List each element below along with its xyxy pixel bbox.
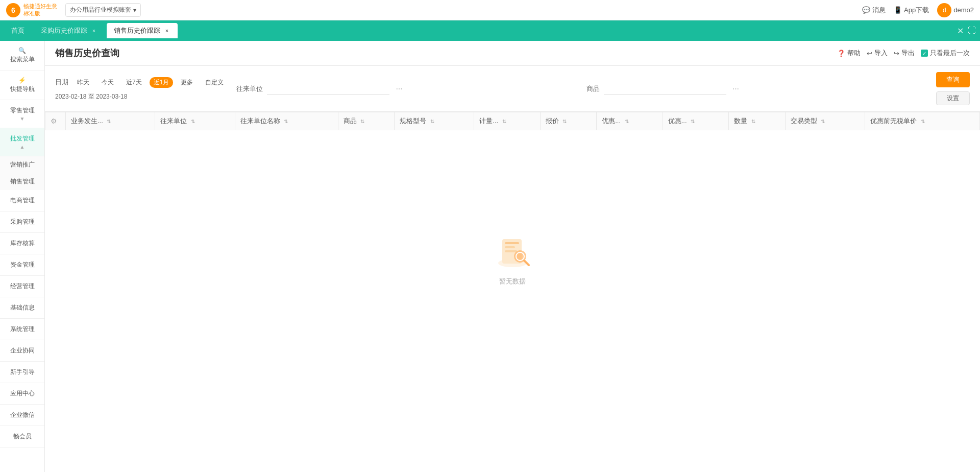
tab-sales[interactable]: 销售历史价跟踪 × [107, 23, 178, 38]
sidebar-item-finance[interactable]: 资金管理 [0, 254, 44, 276]
sidebar-item-inventory[interactable]: 库存核算 [0, 233, 44, 254]
last-only-checkbox[interactable]: ✓ 只看最后一次 [921, 49, 970, 58]
date-btn-today[interactable]: 今天 [97, 77, 118, 88]
checkbox-icon: ✓ [921, 50, 928, 57]
gear-icon[interactable]: ⚙ [51, 117, 57, 125]
sidebar-item-member[interactable]: 畅会员 [0, 426, 44, 447]
col-trade-type[interactable]: 交易类型 ⇅ [785, 112, 865, 130]
col-biz-date[interactable]: 业务发生... ⇅ [66, 112, 155, 130]
svg-rect-4 [505, 250, 517, 252]
col-settings: ⚙ [45, 112, 66, 130]
product-label: 商品 [586, 84, 600, 93]
date-btn-yesterday[interactable]: 昨天 [72, 77, 94, 88]
export-icon: ↪ [894, 50, 899, 57]
filter-actions: 查询 设置 [936, 72, 970, 105]
sidebar-item-wechat[interactable]: 企业微信 [0, 405, 44, 426]
logo-area: 6 畅捷通好生意 标准版 [6, 3, 57, 17]
help-button[interactable]: ❓ 帮助 [837, 49, 861, 58]
sidebar-item-search[interactable]: 🔍 搜索菜单 [0, 41, 44, 70]
tab-purchase-label: 采购历史价跟踪 [41, 26, 87, 35]
download-button[interactable]: 📱 App下载 [894, 6, 929, 15]
product-dots[interactable]: ··· [732, 84, 739, 93]
col-unit-code[interactable]: 往来单位 ⇅ [155, 112, 235, 130]
settings-button[interactable]: 设置 [936, 91, 970, 105]
from-unit-dots[interactable]: ··· [396, 84, 402, 93]
user-profile[interactable]: d demo2 [937, 3, 974, 17]
sidebar: 🔍 搜索菜单 ⚡ 快捷导航 零售管理 ▼ 批发管理 ▲ 营销推广 销售管理 电商… [0, 41, 45, 472]
sidebar-item-shortcuts[interactable]: ⚡ 快捷导航 [0, 70, 44, 100]
empty-state: 暂无数据 [45, 130, 980, 386]
sidebar-item-system[interactable]: 系统管理 [0, 319, 44, 340]
from-unit-input[interactable] [267, 83, 389, 95]
col-discount2[interactable]: 优惠... ⇅ [663, 112, 729, 130]
sidebar-item-ops[interactable]: 经营管理 [0, 276, 44, 297]
date-label: 日期 [55, 78, 68, 87]
sort-icon: ⇅ [284, 119, 288, 124]
col-unit-name[interactable]: 往来单位名称 ⇅ [235, 112, 338, 130]
date-btn-7days[interactable]: 近7天 [121, 77, 146, 88]
col-pre-tax[interactable]: 优惠前无税单价 ⇅ [865, 112, 979, 130]
top-bar-left: 6 畅捷通好生意 标准版 办公用品行业模拟账套 ▾ [6, 3, 141, 17]
sort-icon: ⇅ [562, 119, 567, 124]
tab-close-all-button[interactable]: ✕ [957, 26, 964, 36]
sort-icon: ⇅ [751, 119, 755, 124]
col-discount1[interactable]: 优惠... ⇅ [597, 112, 663, 130]
page-title: 销售历史价查询 [55, 47, 119, 59]
tab-purchase-close[interactable]: × [90, 27, 97, 34]
filter-row: 日期 昨天 今天 近7天 近1月 更多 自定义 2023-02-18 至 202… [55, 72, 970, 105]
col-quote[interactable]: 报价 ⇅ [540, 112, 596, 130]
page-actions: ❓ 帮助 ↩ 导入 ↪ 导出 ✓ 只看最后一次 [837, 49, 970, 58]
sidebar-item-ecommerce[interactable]: 电商管理 [0, 190, 44, 211]
sidebar-item-wholesale[interactable]: 批发管理 ▲ [0, 128, 44, 156]
app-selector[interactable]: 办公用品行业模拟账套 ▾ [65, 3, 141, 17]
sort-icon: ⇅ [360, 119, 364, 124]
import-icon: ↩ [867, 50, 872, 57]
sort-icon: ⇅ [502, 119, 506, 124]
sort-icon: ⇅ [921, 119, 925, 124]
product-filter: 商品 ··· [586, 83, 928, 95]
tab-home[interactable]: 首页 [4, 23, 32, 38]
col-spec[interactable]: 规格型号 ⇅ [395, 112, 474, 130]
sort-icon: ⇅ [821, 119, 825, 124]
sidebar-item-sales-mgmt[interactable]: 销售管理 [0, 173, 44, 190]
from-unit-filter: 往来单位 ··· [236, 83, 578, 95]
table-header-row: ⚙ 业务发生... ⇅ 往来单位 ⇅ 往来单位名称 [45, 112, 980, 130]
search-icon: 🔍 [18, 47, 26, 54]
logo-icon: 6 [6, 3, 20, 17]
sidebar-item-corp[interactable]: 企业协同 [0, 340, 44, 362]
tab-purchase[interactable]: 采购历史价跟踪 × [34, 23, 105, 38]
top-bar: 6 畅捷通好生意 标准版 办公用品行业模拟账套 ▾ 💬 消息 📱 App下载 d… [0, 0, 980, 20]
avatar: d [937, 3, 951, 17]
top-bar-right: 💬 消息 📱 App下载 d demo2 [862, 3, 974, 17]
col-unit[interactable]: 计量... ⇅ [474, 112, 541, 130]
col-quantity[interactable]: 数量 ⇅ [729, 112, 785, 130]
message-button[interactable]: 💬 消息 [862, 6, 886, 15]
empty-text: 暂无数据 [499, 277, 526, 286]
date-btn-custom[interactable]: 自定义 [201, 77, 228, 88]
sidebar-item-appstore[interactable]: 应用中心 [0, 383, 44, 405]
chevron-down-icon: ▾ [133, 7, 136, 14]
date-btn-1month[interactable]: 近1月 [150, 77, 174, 88]
sidebar-item-newbie[interactable]: 新手引导 [0, 362, 44, 383]
date-filter: 日期 昨天 今天 近7天 近1月 更多 自定义 2023-02-18 至 202… [55, 77, 228, 101]
sidebar-item-retail[interactable]: 零售管理 ▼ [0, 100, 44, 128]
filter-bar: 日期 昨天 今天 近7天 近1月 更多 自定义 2023-02-18 至 202… [45, 66, 980, 112]
page-header: 销售历史价查询 ❓ 帮助 ↩ 导入 ↪ 导出 ✓ 只看最后一次 [45, 41, 980, 66]
empty-icon [492, 230, 533, 271]
from-unit-label: 往来单位 [236, 84, 263, 93]
tab-maximize-button[interactable]: ⛶ [968, 26, 976, 35]
content-area: 销售历史价查询 ❓ 帮助 ↩ 导入 ↪ 导出 ✓ 只看最后一次 [45, 41, 980, 472]
col-product[interactable]: 商品 ⇅ [338, 112, 394, 130]
sort-icon: ⇅ [691, 119, 695, 124]
date-options: 昨天 今天 近7天 近1月 更多 自定义 [72, 77, 228, 88]
logo-text: 畅捷通好生意 标准版 [23, 3, 57, 16]
sidebar-item-marketing[interactable]: 营销推广 [0, 156, 44, 173]
export-button[interactable]: ↪ 导出 [894, 49, 915, 58]
product-input[interactable] [604, 83, 726, 95]
tab-sales-close[interactable]: × [163, 27, 170, 34]
query-button[interactable]: 查询 [936, 72, 970, 87]
date-btn-more[interactable]: 更多 [176, 77, 198, 88]
import-button[interactable]: ↩ 导入 [867, 49, 888, 58]
sidebar-item-purchase[interactable]: 采购管理 [0, 211, 44, 233]
sidebar-item-basic[interactable]: 基础信息 [0, 297, 44, 319]
